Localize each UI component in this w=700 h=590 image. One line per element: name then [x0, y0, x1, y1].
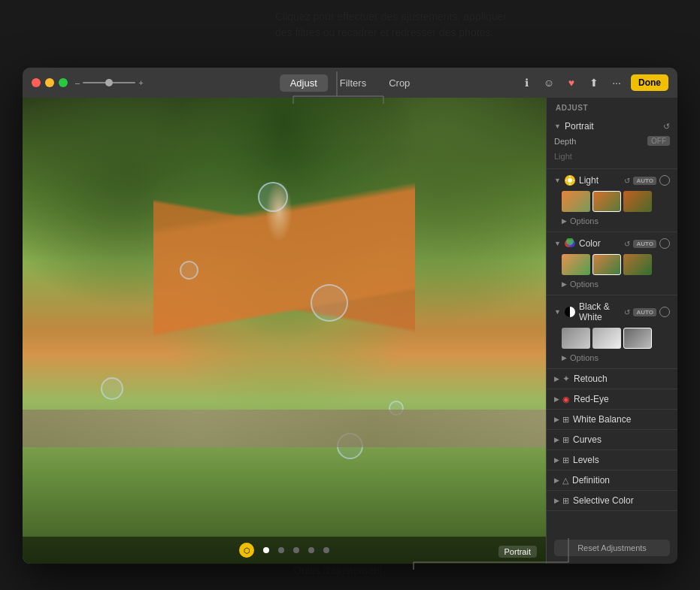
slider-control[interactable]: – +: [75, 78, 144, 87]
bw-thumb-1[interactable]: [562, 328, 590, 349]
bw-thumb-2[interactable]: [592, 328, 621, 349]
redeye-section: ▶ ◉ Red-Eye: [547, 389, 677, 410]
color-reset-icon[interactable]: ↺: [624, 240, 630, 248]
color-arrow: ▼: [554, 240, 562, 247]
tab-adjust[interactable]: Adjust: [280, 74, 328, 92]
bw-toggle[interactable]: [659, 307, 670, 317]
whitebalance-icon: ⊞: [562, 415, 569, 425]
bw-thumb-3[interactable]: [623, 328, 652, 349]
color-auto-badge[interactable]: AUTO: [633, 240, 656, 248]
close-button[interactable]: [32, 78, 41, 87]
color-toggle[interactable]: [659, 238, 670, 249]
definition-row[interactable]: ▶ △ Definition: [547, 470, 677, 490]
light-toggle[interactable]: [659, 175, 670, 186]
selectivecolor-section: ▶ ⊞ Selective Color: [547, 491, 677, 511]
done-button[interactable]: Done: [631, 74, 668, 91]
bubble-3: [311, 284, 348, 322]
dot-nav-3[interactable]: [293, 547, 299, 553]
tab-crop[interactable]: Crop: [378, 74, 420, 92]
light-thumbnails: [547, 189, 677, 215]
color-thumbnails: [547, 252, 677, 278]
whitebalance-arrow: ▶: [554, 416, 559, 423]
info-icon[interactable]: ℹ: [518, 74, 535, 91]
selectivecolor-row[interactable]: ▶ ⊞ Selective Color: [547, 491, 677, 510]
content-area: ⬡ Portrait ADJUST ▼ Portrait: [23, 98, 677, 564]
levels-arrow: ▶: [554, 456, 559, 464]
light-thumb-2[interactable]: [592, 191, 621, 212]
color-thumb-3[interactable]: [623, 254, 652, 275]
bw-reset-icon[interactable]: ↺: [624, 308, 630, 316]
traffic-lights: [32, 78, 68, 87]
light-section: ▼ Light ↺ AUTO: [547, 169, 677, 232]
retouch-icon: ✦: [562, 374, 570, 384]
selectivecolor-label: Selective Color: [573, 495, 634, 506]
photo-icon: ⬡: [239, 543, 254, 558]
titlebar: – + Adjust Filters Crop ℹ ☺ ♥ ⬆ ··· Do: [23, 68, 677, 98]
heart-icon[interactable]: ♥: [563, 74, 580, 91]
light-auto-badge[interactable]: AUTO: [633, 177, 656, 185]
smiley-icon[interactable]: ☺: [541, 74, 557, 91]
maximize-button[interactable]: [59, 78, 68, 87]
tooltip-text: Cliquez pour effectuer des ajustements, …: [263, 0, 519, 50]
light-options-row[interactable]: ▶ Options: [547, 215, 677, 228]
retouch-row[interactable]: ▶ ✦ Retouch: [547, 369, 677, 389]
bw-options-row[interactable]: ▶ Options: [547, 352, 677, 365]
color-actions: ↺ AUTO: [624, 238, 670, 249]
adjust-sidebar: ADJUST ▼ Portrait ↺ Depth OFF Light: [546, 98, 677, 564]
toolbar-tabs: Adjust Filters Crop: [280, 74, 421, 92]
dot-nav-1[interactable]: [263, 547, 269, 553]
share-icon[interactable]: ⬆: [586, 74, 602, 91]
levels-section: ▶ ⊞ Levels: [547, 450, 677, 470]
bw-thumbnails: [547, 325, 677, 352]
color-options-row[interactable]: ▶ Options: [547, 278, 677, 292]
color-options-label: Options: [570, 280, 598, 289]
bubble-1: [258, 182, 288, 212]
photo-navigation: ⬡ Portrait: [23, 537, 546, 564]
portrait-badge: Portrait: [498, 546, 537, 558]
light-arrow: ▼: [554, 177, 562, 184]
definition-arrow: ▶: [554, 477, 559, 484]
color-options-arrow: ▶: [562, 280, 567, 288]
slider-left-arrow: –: [75, 78, 80, 87]
light-options-label: Options: [570, 216, 598, 225]
redeye-label: Red-Eye: [574, 394, 609, 404]
portrait-light-label: Light: [554, 152, 572, 161]
selectivecolor-icon: ⊞: [562, 496, 569, 506]
blackwhite-section-header[interactable]: ▼ Black & White ↺ AUTO: [547, 298, 677, 325]
bottom-tooltip-text: Outils d'ajustement: [293, 564, 383, 576]
light-label: Light: [579, 175, 624, 186]
svg-point-7: [568, 178, 572, 183]
dot-nav-4[interactable]: [308, 547, 314, 553]
redeye-row[interactable]: ▶ ◉ Red-Eye: [547, 389, 677, 409]
levels-icon: ⊞: [562, 455, 569, 465]
curves-row[interactable]: ▶ ⊞ Curves: [547, 430, 677, 449]
levels-row[interactable]: ▶ ⊞ Levels: [547, 450, 677, 470]
minimize-button[interactable]: [45, 78, 54, 87]
light-thumb-1[interactable]: [562, 191, 590, 212]
color-label: Color: [579, 238, 624, 249]
bw-arrow: ▼: [554, 308, 562, 316]
light-section-header[interactable]: ▼ Light ↺ AUTO: [547, 172, 677, 189]
reset-adjustments-button[interactable]: Reset Adjustments: [554, 540, 670, 556]
light-thumb-3[interactable]: [623, 191, 652, 212]
tab-filters[interactable]: Filters: [329, 74, 377, 92]
color-thumb-1[interactable]: [562, 254, 590, 275]
depth-value[interactable]: OFF: [647, 136, 670, 146]
light-icon: [565, 175, 575, 186]
main-window: – + Adjust Filters Crop ℹ ☺ ♥ ⬆ ··· Do: [23, 68, 677, 564]
whitebalance-row[interactable]: ▶ ⊞ White Balance: [547, 410, 677, 429]
bw-auto-badge[interactable]: AUTO: [633, 308, 656, 316]
bw-actions: ↺ AUTO: [624, 307, 670, 317]
portrait-section-header[interactable]: ▼ Portrait ↺: [547, 118, 677, 135]
whitebalance-section: ▶ ⊞ White Balance: [547, 410, 677, 430]
more-icon[interactable]: ···: [608, 74, 625, 91]
photo-area: ⬡ Portrait: [23, 98, 546, 564]
dot-nav-5[interactable]: [323, 547, 329, 553]
dot-nav-2[interactable]: [278, 547, 284, 553]
portrait-reset-icon[interactable]: ↺: [663, 122, 670, 132]
color-section-header[interactable]: ▼ Color ↺ AUTO: [547, 235, 677, 252]
sidebar-header: ADJUST: [547, 98, 677, 115]
color-thumb-2[interactable]: [592, 254, 621, 275]
color-icon: [565, 238, 575, 249]
light-reset-icon[interactable]: ↺: [624, 177, 630, 185]
